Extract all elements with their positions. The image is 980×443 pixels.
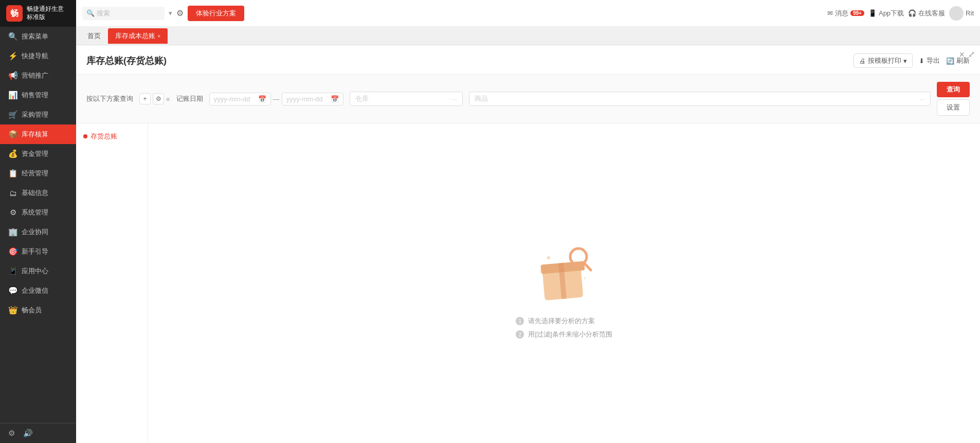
topbar-app-download[interactable]: 📱 App下载 xyxy=(868,9,904,18)
main-content-area: 存货总账 xyxy=(76,123,980,443)
sidebar-item-label: 快捷导航 xyxy=(22,51,48,61)
filter-area: 按以下方案查询 + ⚙ « 记账日期 yyyy-mm-dd 📅 — yyyy-m… xyxy=(76,75,980,123)
tab-home[interactable]: 首页 xyxy=(80,28,108,44)
app-download-icon: 📱 xyxy=(868,9,877,17)
app-subtitle: 标准版 xyxy=(27,13,64,22)
page-header: 库存总账(存货总账) 🖨 按模板打印 ▾ ⬇ 导出 🔄 刷新 xyxy=(76,45,980,75)
sidebar-item-label: 采购管理 xyxy=(22,110,48,119)
date-separator: — xyxy=(273,95,280,103)
empty-svg xyxy=(533,242,595,304)
marketing-icon: 📢 xyxy=(8,71,17,80)
tip-item-2: 2 用[过滤]条件来缩小分析范围 xyxy=(516,328,612,341)
sidebar-item-operations[interactable]: 📋 经营管理 xyxy=(0,164,76,183)
page-title: 库存总账(存货总账) xyxy=(86,55,167,67)
sidebar-item-inventory[interactable]: 📦 库存核算 xyxy=(0,125,76,144)
sidebar-header: 畅 畅捷通好生意 标准版 xyxy=(0,0,76,27)
print-button[interactable]: 🖨 按模板打印 ▾ xyxy=(854,54,913,68)
quick-nav-icon: ⚡ xyxy=(8,51,17,61)
scheme-item-inventory-ledger[interactable]: 存货总账 xyxy=(76,129,148,144)
settings-button[interactable]: 设置 xyxy=(937,99,970,116)
speaker-footer-icon[interactable]: 🔊 xyxy=(23,429,33,438)
sidebar-item-app-center[interactable]: 📱 应用中心 xyxy=(0,261,76,281)
message-label: 消息 xyxy=(835,9,848,18)
query-actions: 查询 设置 xyxy=(937,82,970,116)
svg-line-4 xyxy=(584,263,591,270)
filter-settings-button[interactable]: ⚙ xyxy=(153,93,164,104)
empty-state: 1 请先选择要分析的方案 2 用[过滤]条件来缩小分析范围 xyxy=(516,201,612,382)
date-start-field[interactable]: yyyy-mm-dd 📅 xyxy=(209,93,271,105)
scheme-item-label: 存货总账 xyxy=(90,132,117,141)
sidebar-item-label: 资金管理 xyxy=(22,149,48,158)
filter-icons: + ⚙ « xyxy=(139,93,170,104)
product-field[interactable]: 商品 ··· xyxy=(469,92,931,106)
sidebar-item-search-menu[interactable]: 🔍 搜索菜单 xyxy=(0,27,76,46)
topbar-user[interactable]: Rit xyxy=(949,6,974,21)
sidebar-item-label: 应用中心 xyxy=(22,267,48,276)
tip-text-1: 请先选择要分析的方案 xyxy=(528,314,595,328)
product-label: 商品 xyxy=(475,94,488,103)
refresh-button[interactable]: 🔄 刷新 xyxy=(946,56,970,65)
svg-point-6 xyxy=(540,270,542,272)
sidebar-item-finance[interactable]: 💰 资金管理 xyxy=(0,144,76,164)
tab-close-icon[interactable]: × xyxy=(157,33,160,39)
industry-button[interactable]: 体验行业方案 xyxy=(188,6,244,21)
message-icon: ✉ xyxy=(827,9,833,17)
sidebar-item-sales[interactable]: 📊 销售管理 xyxy=(0,85,76,105)
finance-icon: 💰 xyxy=(8,149,17,158)
date-range-input: yyyy-mm-dd 📅 — yyyy-mm-dd 📅 xyxy=(209,93,343,105)
export-icon: ⬇ xyxy=(919,57,924,65)
content-close-button[interactable]: × xyxy=(959,49,965,60)
purchase-icon: 🛒 xyxy=(8,110,17,119)
online-service-label: 在线客服 xyxy=(918,9,945,18)
sidebar-item-label: 畅会员 xyxy=(22,306,42,315)
sidebar-item-purchase[interactable]: 🛒 采购管理 xyxy=(0,105,76,125)
app-download-label: App下载 xyxy=(879,9,904,18)
date-end-field[interactable]: yyyy-mm-dd 📅 xyxy=(282,93,343,105)
sidebar-item-quick-nav[interactable]: ⚡ 快捷导航 xyxy=(0,46,76,66)
tab-inventory-ledger[interactable]: 库存成本总账 × xyxy=(108,28,168,44)
sidebar-item-member[interactable]: 👑 畅会员 xyxy=(0,300,76,320)
tip-item-1: 1 请先选择要分析的方案 xyxy=(516,314,612,328)
inventory-ledger-tab-label: 库存成本总账 xyxy=(115,31,155,41)
member-icon: 👑 xyxy=(8,306,17,315)
content-resize-button[interactable]: ⤢ xyxy=(968,49,975,59)
page-actions: 🖨 按模板打印 ▾ ⬇ 导出 🔄 刷新 xyxy=(854,54,970,68)
sidebar-item-label: 营销推广 xyxy=(22,71,48,80)
warehouse-label: 仓库 xyxy=(355,94,369,103)
app-title-block: 畅捷通好生意 标准版 xyxy=(27,5,64,21)
filter-collapse-button[interactable]: « xyxy=(166,95,170,103)
refresh-icon: 🔄 xyxy=(946,57,954,65)
topbar-gear-icon[interactable]: ⚙ xyxy=(176,8,184,18)
calendar-start-icon: 📅 xyxy=(258,95,266,103)
sidebar-item-basic-info[interactable]: 🗂 基础信息 xyxy=(0,183,76,203)
sidebar-item-newbie[interactable]: 🎯 新手引导 xyxy=(0,242,76,261)
settings-footer-icon[interactable]: ⚙ xyxy=(8,429,15,438)
topbar-online-service[interactable]: 🎧 在线客服 xyxy=(908,9,945,18)
app-logo: 畅 xyxy=(6,5,23,22)
sidebar-item-marketing[interactable]: 📢 营销推广 xyxy=(0,66,76,85)
sidebar: 畅 畅捷通好生意 标准版 🔍 搜索菜单 ⚡ 快捷导航 📢 营销推广 📊 销售管理… xyxy=(0,0,76,443)
topbar-messages[interactable]: ✉ 消息 99+ xyxy=(827,9,864,18)
search-menu-icon: 🔍 xyxy=(8,32,17,41)
topbar-search[interactable]: 🔍 搜索 xyxy=(82,7,165,20)
topbar-dropdown-icon[interactable]: ▾ xyxy=(169,9,172,17)
svg-point-7 xyxy=(584,277,586,279)
print-icon: 🖨 xyxy=(859,57,866,65)
query-button[interactable]: 查询 xyxy=(937,82,970,97)
export-button[interactable]: ⬇ 导出 xyxy=(919,56,940,65)
warehouse-field[interactable]: 仓库 ··· xyxy=(350,92,463,106)
sidebar-item-wechat[interactable]: 💬 企业微信 xyxy=(0,281,76,300)
filter-label: 按以下方案查询 xyxy=(86,94,133,103)
app-title: 畅捷通好生意 xyxy=(27,5,64,13)
filter-add-button[interactable]: + xyxy=(139,93,151,104)
sidebar-item-system[interactable]: ⚙ 系统管理 xyxy=(0,203,76,222)
product-more-icon: ··· xyxy=(919,95,925,103)
online-service-icon: 🎧 xyxy=(908,9,916,17)
empty-illustration xyxy=(533,242,595,304)
tip-num-1: 1 xyxy=(516,317,524,325)
sidebar-item-label: 经营管理 xyxy=(22,169,48,178)
system-icon: ⚙ xyxy=(8,208,17,217)
topbar: 🔍 搜索 ▾ ⚙ 体验行业方案 ✉ 消息 99+ 📱 App下载 🎧 在线客服 … xyxy=(76,0,980,27)
sidebar-item-enterprise[interactable]: 🏢 企业协同 xyxy=(0,222,76,242)
print-label: 按模板打印 xyxy=(868,56,901,65)
